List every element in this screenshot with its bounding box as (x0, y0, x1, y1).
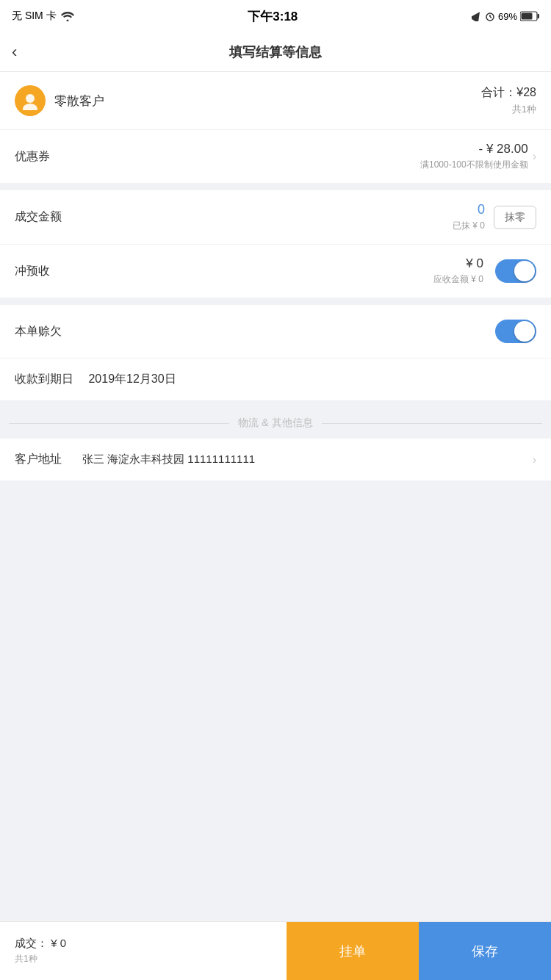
due-date-value: 2019年12月30日 (88, 372, 176, 385)
customer-count: 共1种 (481, 103, 536, 116)
debt-row: 本单赊欠 (0, 305, 551, 358)
wifi-icon (61, 11, 74, 21)
coupon-row[interactable]: 优惠券 - ¥ 28.00 满1000-100不限制使用金额 › (0, 129, 551, 183)
coupon-desc: 满1000-100不限制使用金额 (420, 159, 528, 171)
address-row[interactable]: 客户地址 张三 海淀永丰科技园 11111111111 › (0, 439, 551, 480)
debt-toggle[interactable] (495, 320, 536, 343)
logistics-line-left (9, 423, 229, 424)
customer-avatar (15, 85, 46, 116)
location-icon (472, 11, 482, 21)
receivable-amount: 应收金额 ¥ 0 (433, 273, 483, 286)
alarm-icon (485, 11, 495, 21)
coupon-chevron: › (533, 150, 536, 163)
toggle-knob (514, 261, 535, 281)
customer-left: 零散客户 (15, 85, 104, 116)
status-bar: 无 SIM 卡 下午3:18 69% (0, 0, 551, 32)
debt-label: 本单赊欠 (15, 324, 62, 339)
debt-section: 本单赊欠 收款到期日 2019年12月30日 (0, 305, 551, 400)
svg-point-7 (23, 104, 37, 110)
transaction-row: 成交金额 0 已抹 ¥ 0 抹零 (0, 190, 551, 245)
due-date-label: 收款到期日 (15, 372, 73, 385)
svg-rect-4 (537, 14, 539, 18)
round-zero-button[interactable]: 抹零 (494, 206, 536, 229)
bottom-bar: 成交： ¥ 0 共1种 挂单 保存 (0, 921, 551, 980)
prepayment-right: ¥ 0 应收金额 ¥ 0 (433, 256, 536, 286)
debt-toggle-knob (514, 321, 535, 342)
logistics-section: 物流 & 其他信息 客户地址 张三 海淀永丰科技园 11111111111 › (0, 408, 551, 480)
status-right: 69% (472, 11, 539, 22)
nav-bar: ‹ 填写结算等信息 (0, 32, 551, 72)
coupon-discount: - ¥ 28.00 (420, 142, 528, 156)
coupon-label: 优惠券 (15, 149, 50, 165)
page-title: 填写结算等信息 (229, 43, 322, 61)
transaction-section: 成交金额 0 已抹 ¥ 0 抹零 冲预收 ¥ 0 应收金额 ¥ 0 (0, 190, 551, 298)
save-button[interactable]: 保存 (419, 922, 551, 980)
transaction-label: 成交金额 (15, 209, 62, 225)
avatar-icon (21, 91, 40, 110)
sim-label: 无 SIM 卡 (12, 10, 57, 23)
back-button[interactable]: ‹ (12, 43, 17, 62)
svg-line-2 (490, 17, 491, 18)
bottom-buttons: 挂单 保存 (287, 922, 551, 980)
svg-rect-5 (521, 13, 532, 20)
bottom-deal: 成交： ¥ 0 (15, 937, 272, 951)
bottom-count: 共1种 (15, 953, 272, 965)
customer-right: 合计：¥28 共1种 (481, 85, 536, 116)
transaction-amount: 0 (478, 202, 485, 217)
due-date-row: 收款到期日 2019年12月30日 (0, 358, 551, 400)
address-label: 客户地址 (15, 452, 73, 467)
battery-text: 69% (498, 11, 517, 22)
prepayment-row: 冲预收 ¥ 0 应收金额 ¥ 0 (0, 245, 551, 298)
pending-button[interactable]: 挂单 (287, 922, 419, 980)
logistics-divider: 物流 & 其他信息 (0, 408, 551, 439)
coupon-right: - ¥ 28.00 满1000-100不限制使用金额 › (420, 142, 536, 171)
battery-icon (520, 11, 539, 21)
status-left: 无 SIM 卡 (12, 10, 74, 23)
address-value: 张三 海淀永丰科技园 11111111111 (82, 453, 524, 466)
prepayment-amount: ¥ 0 (433, 256, 483, 271)
customer-name: 零散客户 (54, 93, 104, 109)
bottom-info: 成交： ¥ 0 共1种 (0, 937, 287, 965)
logistics-line-right (322, 423, 542, 424)
customer-section: 零散客户 合计：¥28 共1种 优惠券 - ¥ 28.00 满1000-100不… (0, 72, 551, 183)
status-time: 下午3:18 (248, 8, 298, 25)
prepayment-toggle[interactable] (495, 259, 536, 283)
logistics-label: 物流 & 其他信息 (238, 417, 312, 430)
svg-point-6 (26, 94, 35, 103)
customer-row: 零散客户 合计：¥28 共1种 (0, 72, 551, 129)
already-deducted: 已抹 ¥ 0 (453, 220, 485, 232)
prepayment-label: 冲预收 (15, 264, 50, 279)
content: 零散客户 合计：¥28 共1种 优惠券 - ¥ 28.00 满1000-100不… (0, 72, 551, 554)
address-chevron: › (533, 453, 536, 466)
customer-total: 合计：¥28 (481, 85, 536, 101)
